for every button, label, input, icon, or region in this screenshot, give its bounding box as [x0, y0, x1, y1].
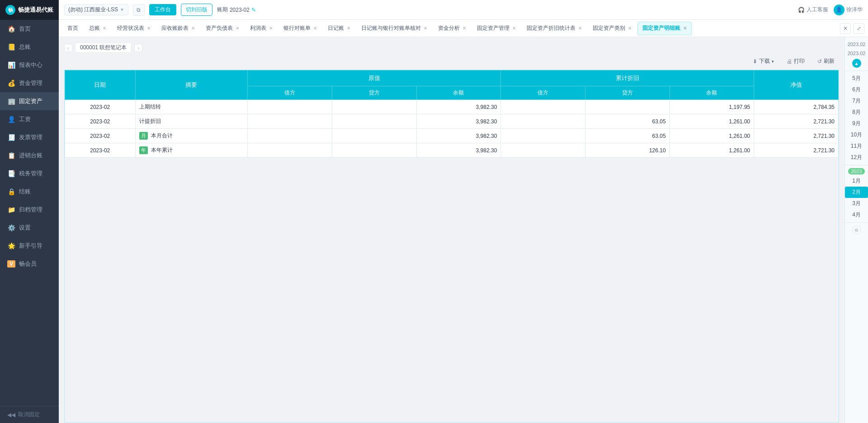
- sidebar-item-settings[interactable]: ⚙️ 设置: [0, 219, 59, 237]
- scroll-up-button[interactable]: ▲: [852, 59, 861, 68]
- sidebar-item-fund[interactable]: 💰 资金管理: [0, 74, 59, 92]
- right-panel-date-top[interactable]: 2023.02: [845, 40, 868, 49]
- tab-close-icon[interactable]: ✕: [191, 26, 195, 31]
- refresh-button[interactable]: ↺ 刷新: [813, 56, 839, 67]
- tab-close-icon[interactable]: ✕: [683, 26, 687, 31]
- sidebar-unpin-button[interactable]: ◀◀ 取消固定: [0, 406, 59, 423]
- row-acc-balance: 1,261.00: [670, 114, 754, 129]
- right-panel-month-12[interactable]: 12月: [845, 152, 868, 163]
- member-icon: V: [7, 260, 15, 268]
- right-panel-month-5[interactable]: 5月: [845, 73, 868, 84]
- user-profile-button[interactable]: 👤 徐泽华: [834, 5, 863, 15]
- sidebar-item-label: 结账: [19, 188, 31, 196]
- human-service-button[interactable]: 🎧 人工客服: [798, 6, 828, 14]
- table-area: ‹ 000001 联想笔记本 › ⬇ 下载 ▾ 🖨 打印: [59, 37, 844, 423]
- tab-close-icon[interactable]: ✕: [628, 26, 632, 31]
- tab-assets-liabilities[interactable]: 资产负债表 ✕: [201, 22, 244, 35]
- col-original-value: 原值: [248, 70, 501, 86]
- tab-close-icon[interactable]: ✕: [236, 26, 239, 31]
- tab-close-icon[interactable]: ✕: [578, 26, 582, 31]
- tab-close-icon[interactable]: ✕: [103, 26, 106, 31]
- tab-close-all-button[interactable]: ✕: [840, 23, 851, 34]
- row-orig-debit: [248, 114, 332, 129]
- row-orig-credit: [332, 114, 417, 129]
- app-logo: 畅 畅捷通易代账: [0, 0, 59, 20]
- settings-circle-button[interactable]: ⚙: [852, 226, 861, 235]
- tab-close-icon[interactable]: ✕: [347, 26, 350, 31]
- sidebar-item-member[interactable]: V 畅会员: [0, 255, 59, 273]
- tab-receivable[interactable]: 应收账龄表 ✕: [156, 22, 200, 35]
- sidebar-item-fixed-assets[interactable]: 🏢 固定资产: [0, 92, 59, 110]
- company-selector[interactable]: (勿动) 江西服业-LSS ▼: [64, 4, 128, 15]
- invoice-icon: 🧾: [7, 134, 15, 141]
- sidebar-item-reports[interactable]: 📊 报表中心: [0, 56, 59, 74]
- right-panel-date-top2[interactable]: 2023.02: [845, 49, 868, 58]
- row-acc-credit: [585, 100, 670, 114]
- sidebar-item-close[interactable]: 🔒 结账: [0, 183, 59, 201]
- tab-operation[interactable]: 经营状况表 ✕: [112, 22, 156, 35]
- right-panel-month-9[interactable]: 9月: [845, 118, 868, 129]
- row-memo-text: 本年累计: [151, 147, 173, 153]
- right-panel-month-7[interactable]: 7月: [845, 95, 868, 107]
- sidebar-item-label: 畅会员: [19, 260, 37, 268]
- sidebar-item-archive[interactable]: 📁 归档管理: [0, 201, 59, 219]
- sidebar-item-payroll[interactable]: 👤 工资: [0, 110, 59, 128]
- nav-prev-button[interactable]: ‹: [64, 44, 72, 52]
- sidebar-item-guide[interactable]: 🌟 新手引导: [0, 237, 59, 255]
- sidebar-item-general[interactable]: 📒 总账: [0, 38, 59, 56]
- tab-close-icon[interactable]: ✕: [147, 26, 151, 31]
- sidebar-item-label: 进销台账: [19, 151, 42, 160]
- tab-fixed-asset-type[interactable]: 固定资产类别 ✕: [588, 22, 637, 35]
- logo-icon: 畅: [5, 5, 15, 15]
- switch-old-version-button[interactable]: 切到旧版: [181, 4, 212, 16]
- row-acc-balance: 1,197.95: [670, 100, 754, 114]
- right-panel-month-2[interactable]: 2月: [845, 187, 868, 198]
- asset-tag: 000001 联想笔记本: [75, 42, 132, 53]
- sidebar-item-invoice[interactable]: 🧾 发票管理: [0, 128, 59, 146]
- year-tag: 年: [139, 146, 148, 154]
- tab-close-icon[interactable]: ✕: [424, 26, 427, 31]
- right-panel-month-8[interactable]: 8月: [845, 107, 868, 118]
- tab-fullscreen-button[interactable]: ⤢: [854, 23, 864, 34]
- tab-profit[interactable]: 利润表 ✕: [245, 22, 278, 35]
- sidebar-item-home[interactable]: 🏠 首页: [0, 20, 59, 38]
- print-button[interactable]: 🖨 打印: [782, 56, 809, 67]
- table-wrapper: 日期 摘要 原值 累计折旧 净值 借方 贷方 余额 借方 贷方 余额: [64, 70, 839, 423]
- copy-button[interactable]: ⧉: [133, 4, 145, 16]
- tab-fixed-asset-depreciation[interactable]: 固定资产折旧统计表 ✕: [522, 22, 587, 35]
- right-panel-month-10[interactable]: 10月: [845, 129, 868, 141]
- home-icon: 🏠: [7, 25, 15, 33]
- tab-journal[interactable]: 日记账 ✕: [323, 22, 355, 35]
- right-panel-month-6[interactable]: 6月: [845, 84, 868, 95]
- right-panel-month-3[interactable]: 3月: [845, 198, 868, 209]
- right-panel: 2023.02 2023.02 ▲ 5月 6月 7月 8月 9月 10月 11月…: [844, 37, 868, 423]
- tab-general[interactable]: 总账 ✕: [84, 22, 111, 35]
- tab-fixed-asset-mgmt[interactable]: 固定资产管理 ✕: [472, 22, 521, 35]
- tab-home[interactable]: 首页: [62, 22, 83, 35]
- nav-next-button[interactable]: ›: [134, 44, 142, 52]
- period-edit-icon[interactable]: ✎: [251, 7, 256, 13]
- sidebar-item-tax[interactable]: 📑 税务管理: [0, 164, 59, 183]
- tab-close-icon[interactable]: ✕: [269, 26, 273, 31]
- right-panel-month-11[interactable]: 11月: [845, 141, 868, 152]
- tab-close-icon[interactable]: ✕: [462, 26, 466, 31]
- row-orig-debit: [248, 129, 332, 143]
- row-orig-balance: 3,982.30: [416, 114, 501, 129]
- tab-close-icon[interactable]: ✕: [313, 26, 317, 31]
- tab-journal-bank[interactable]: 日记账与银行对账单核对 ✕: [356, 22, 432, 35]
- right-panel-month-4[interactable]: 4月: [845, 209, 868, 221]
- row-orig-debit: [248, 100, 332, 114]
- work-order-button[interactable]: 工作台: [149, 4, 176, 15]
- right-panel-divider3: [845, 222, 868, 223]
- tab-fund-analysis[interactable]: 资金分析 ✕: [433, 22, 471, 35]
- tab-label: 日记账与银行对账单核对: [361, 24, 421, 32]
- tab-fixed-asset-detail[interactable]: 固定资产明细账 ✕: [637, 22, 692, 35]
- tab-close-icon[interactable]: ✕: [512, 26, 516, 31]
- sidebar-item-purchase-sales[interactable]: 📋 进销台账: [0, 146, 59, 164]
- unpin-icon: ◀◀: [7, 412, 15, 418]
- tab-bank-statement[interactable]: 银行对账单 ✕: [278, 22, 322, 35]
- tab-label: 资金分析: [438, 24, 460, 32]
- right-panel-month-1[interactable]: 1月: [845, 175, 868, 187]
- download-button[interactable]: ⬇ 下载 ▾: [748, 56, 778, 67]
- avatar: 👤: [834, 5, 844, 15]
